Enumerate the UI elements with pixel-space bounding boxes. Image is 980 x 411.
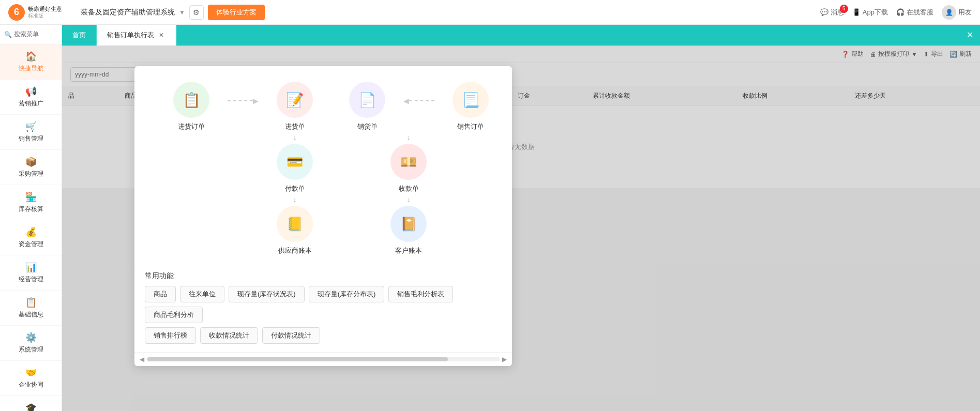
app-download-button[interactable]: 📱 App下载 <box>852 8 888 17</box>
sidebar-item-finance[interactable]: 💰 资金管理 <box>0 220 62 255</box>
sidebar: 🔍 搜索菜单 🏠 快捷导航 📢 营销推广 🛒 销售管理 📦 采购管理 🏪 库存核… <box>0 25 62 411</box>
scroll-thumb <box>147 357 448 361</box>
message-button[interactable]: 💬 消息 5 <box>820 8 844 17</box>
sidebar-item-quick-nav[interactable]: 🏠 快捷导航 <box>0 44 62 80</box>
payment-bill-icon: 💳 <box>277 144 313 180</box>
cf-btn-stock-dist[interactable]: 现存量(库存分布表) <box>309 286 385 302</box>
tab-close-icon[interactable]: ✕ <box>157 31 165 39</box>
cf-btn-stock-status[interactable]: 现存量(库存状况表) <box>229 286 305 302</box>
purchase-order-label: 进货订单 <box>178 122 205 131</box>
tab-bar-close-button[interactable]: ✕ <box>959 25 980 45</box>
sidebar-item-enterprise[interactable]: 🤝 企业协同 <box>0 361 62 396</box>
cf-btn-product-margin[interactable]: 商品毛利分析 <box>145 307 203 323</box>
inventory-icon: 🏪 <box>25 191 37 203</box>
sales-bill-icon: 📄 <box>349 82 385 118</box>
scroll-area: ◀ ▶ <box>134 352 512 366</box>
flow-node-customer-account: 📔 客户账本 <box>372 206 445 255</box>
flow-node-payment-bill: 💳 付款单 <box>259 144 331 193</box>
system-title: 装备及固定资产辅助管理系统 <box>81 8 175 17</box>
sales-icon: 🛒 <box>25 121 37 132</box>
common-functions-title: 常用功能 <box>145 271 502 281</box>
cf-buttons-row1: 商品 往来单位 现存量(库存状况表) 现存量(库存分布表) 销售毛利分析表 商品… <box>145 286 502 323</box>
sidebar-item-sales[interactable]: 🛒 销售管理 <box>0 115 62 150</box>
customer-account-label: 客户账本 <box>395 246 422 255</box>
cf-buttons-row2: 销售排行榜 收款情况统计 付款情况统计 <box>145 327 502 344</box>
modal-dialog: 📋 进货订单 ▶ 📝 <box>134 66 512 366</box>
cf-btn-partners[interactable]: 往来单位 <box>180 286 224 302</box>
basicinfo-icon: 📋 <box>25 297 37 308</box>
sidebar-item-newbie[interactable]: 🎓 新手引导 <box>0 396 62 411</box>
sidebar-item-operations[interactable]: 📊 经营管理 <box>0 255 62 291</box>
avatar: 👤 <box>942 5 956 20</box>
payment-bill-label: 付款单 <box>285 184 305 193</box>
page-content: ❓ 帮助 🖨 按模板打印 ▼ ⬆ 导出 🔄 刷新 <box>62 45 980 411</box>
flow-node-purchase-order: 📋 进货订单 <box>155 82 228 131</box>
system-icon: ⚙️ <box>25 332 37 343</box>
tab-bar: 首页 销售订单执行表 ✕ ✕ <box>62 25 980 45</box>
system-dropdown-icon[interactable]: ▼ <box>179 9 185 16</box>
scroll-right-icon[interactable]: ▶ <box>502 356 507 363</box>
sidebar-item-system[interactable]: ⚙️ 系统管理 <box>0 326 62 361</box>
purchase-bill-label: 进货单 <box>285 122 305 131</box>
system-title-area: 装备及固定资产辅助管理系统 ▼ ⚙ 体验行业方案 <box>70 5 820 20</box>
cf-btn-sales-ranking[interactable]: 销售排行榜 <box>145 327 196 344</box>
avatar-icon: 👤 <box>945 9 953 16</box>
sales-order-label: 销售订单 <box>457 122 484 131</box>
receipt-bill-icon: 💴 <box>390 144 427 180</box>
newbie-icon: 🎓 <box>25 402 37 411</box>
top-header: 6 畅康通好生意 标准版 装备及固定资产辅助管理系统 ▼ ⚙ 体验行业方案 💬 … <box>0 0 980 25</box>
message-badge: 5 <box>840 5 848 13</box>
logo-text: 畅康通好生意 标准版 <box>28 5 62 19</box>
marketing-icon: 📢 <box>25 86 37 97</box>
sidebar-item-marketing[interactable]: 📢 营销推广 <box>0 80 62 115</box>
flow-node-receipt-bill: 💴 收款单 <box>372 144 445 193</box>
receipt-bill-label: 收款单 <box>399 184 419 193</box>
purchase-order-icon: 📋 <box>173 82 209 118</box>
flow-area: 📋 进货订单 ▶ 📝 <box>134 66 512 266</box>
tab-home[interactable]: 首页 <box>62 25 97 45</box>
settings-gear-button[interactable]: ⚙ <box>189 5 204 20</box>
home-icon: 🏠 <box>25 51 37 62</box>
modal-overlay: 📋 进货订单 ▶ 📝 <box>62 45 980 411</box>
content-area: 首页 销售订单执行表 ✕ ✕ ❓ 帮助 🖨 按模板打印 ▼ <box>62 25 980 411</box>
sales-order-icon: 📃 <box>453 82 489 118</box>
finance-icon: 💰 <box>25 226 37 238</box>
online-service-button[interactable]: 🎧 在线客服 <box>896 8 933 17</box>
sales-bill-label: 销货单 <box>357 122 378 131</box>
header-right: 💬 消息 5 📱 App下载 🎧 在线客服 👤 用友 <box>820 5 972 20</box>
supplier-account-label: 供应商账本 <box>278 246 312 255</box>
customer-account-icon: 📔 <box>390 206 427 242</box>
sidebar-item-purchase[interactable]: 📦 采购管理 <box>0 150 62 185</box>
scroll-left-icon[interactable]: ◀ <box>140 356 144 363</box>
message-icon: 💬 <box>820 8 828 16</box>
experience-button[interactable]: 体验行业方案 <box>208 5 265 20</box>
cf-btn-receipt-stats[interactable]: 收款情况统计 <box>200 327 258 344</box>
purchase-icon: 📦 <box>25 156 37 168</box>
flow-node-sales-bill: 📄 销货单 <box>331 82 403 131</box>
scroll-track[interactable] <box>146 357 500 361</box>
cf-btn-sales-margin[interactable]: 销售毛利分析表 <box>388 286 453 302</box>
sidebar-item-inventory[interactable]: 🏪 库存核算 <box>0 185 62 220</box>
flow-node-supplier-account: 📒 供应商账本 <box>259 206 331 255</box>
common-functions: 常用功能 商品 往来单位 现存量(库存状况表) 现存量(库存分布表) 销售毛利分… <box>134 266 512 352</box>
main-layout: 🔍 搜索菜单 🏠 快捷导航 📢 营销推广 🛒 销售管理 📦 采购管理 🏪 库存核… <box>0 25 980 411</box>
cf-btn-payment-stats[interactable]: 付款情况统计 <box>262 327 320 344</box>
search-menu-button[interactable]: 🔍 搜索菜单 <box>0 25 62 44</box>
service-icon: 🎧 <box>896 8 904 16</box>
operations-icon: 📊 <box>25 262 37 273</box>
purchase-bill-icon: 📝 <box>277 82 313 118</box>
tab-sales-order[interactable]: 销售订单执行表 ✕ <box>97 25 176 45</box>
user-avatar-button[interactable]: 👤 用友 <box>942 5 972 20</box>
flow-node-purchase-bill: 📝 进货单 <box>259 82 331 131</box>
logo-area: 6 畅康通好生意 标准版 <box>8 4 70 21</box>
logo-icon: 6 <box>8 4 25 21</box>
supplier-account-icon: 📒 <box>277 206 313 242</box>
flow-node-sales-order: 📃 销售订单 <box>434 82 507 131</box>
sidebar-item-basic-info[interactable]: 📋 基础信息 <box>0 291 62 326</box>
cf-btn-product[interactable]: 商品 <box>145 286 176 302</box>
enterprise-icon: 🤝 <box>25 367 37 378</box>
download-icon: 📱 <box>852 8 861 16</box>
search-icon: 🔍 <box>4 31 12 38</box>
